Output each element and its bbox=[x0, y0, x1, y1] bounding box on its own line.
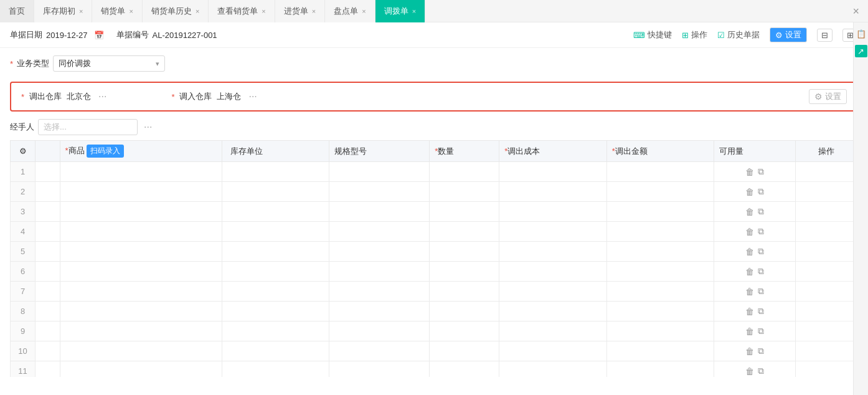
delete-icon[interactable]: 🗑 bbox=[745, 187, 754, 197]
product-cell[interactable] bbox=[35, 321, 60, 341]
copy-icon[interactable]: ⧉ bbox=[758, 306, 764, 316]
cost-cell[interactable] bbox=[430, 182, 499, 202]
cost-cell[interactable] bbox=[430, 242, 499, 262]
amount-cell[interactable] bbox=[499, 182, 607, 202]
copy-icon[interactable]: ⧉ bbox=[758, 246, 764, 257]
handler-more[interactable]: ··· bbox=[141, 121, 154, 133]
amount-cell[interactable] bbox=[499, 302, 607, 321]
product-cell[interactable] bbox=[35, 341, 60, 361]
qty-cell[interactable] bbox=[329, 242, 430, 262]
tab-close-stocktake[interactable]: × bbox=[362, 7, 366, 15]
history-btn[interactable]: ☑ 历史单据 bbox=[717, 29, 760, 40]
delete-icon[interactable]: 🗑 bbox=[745, 326, 754, 336]
product-cell[interactable] bbox=[35, 242, 60, 262]
qty-cell[interactable] bbox=[329, 302, 430, 321]
cost-cell[interactable] bbox=[430, 222, 499, 242]
delete-icon[interactable]: 🗑 bbox=[745, 207, 754, 217]
copy-icon[interactable]: ⧉ bbox=[758, 266, 764, 277]
table-scroll[interactable]: ⚙ *商品 扫码录入 *库存单位 规格型号 *数量 bbox=[10, 140, 858, 377]
delete-icon[interactable]: 🗑 bbox=[745, 267, 754, 277]
out-warehouse-more[interactable]: ··· bbox=[96, 91, 109, 102]
delete-icon[interactable]: 🗑 bbox=[745, 167, 754, 177]
tab-stocktake[interactable]: 盘点单 × bbox=[325, 0, 375, 22]
warehouse-settings-btn[interactable]: ⚙ 设置 bbox=[809, 89, 847, 104]
cost-cell[interactable] bbox=[430, 162, 499, 182]
delete-icon[interactable]: 🗑 bbox=[745, 287, 754, 297]
qty-cell[interactable] bbox=[329, 162, 430, 182]
cost-cell[interactable] bbox=[430, 202, 499, 222]
copy-icon[interactable]: ⧉ bbox=[758, 186, 764, 197]
delete-icon[interactable]: 🗑 bbox=[745, 247, 754, 257]
delete-icon[interactable]: 🗑 bbox=[745, 227, 754, 237]
tab-sales-order[interactable]: 销货单 × bbox=[92, 0, 142, 22]
scan-btn[interactable]: 扫码录入 bbox=[87, 145, 124, 158]
tab-home[interactable]: 首页 bbox=[0, 0, 34, 22]
tab-inventory-init[interactable]: 库存期初 × bbox=[34, 0, 92, 22]
cost-cell[interactable] bbox=[430, 321, 499, 341]
cost-cell[interactable] bbox=[430, 302, 499, 321]
tab-close-purchase[interactable]: × bbox=[312, 7, 316, 15]
cost-cell[interactable] bbox=[430, 361, 499, 378]
amount-cell[interactable] bbox=[499, 262, 607, 282]
cost-cell[interactable] bbox=[430, 282, 499, 302]
product-cell[interactable] bbox=[35, 182, 60, 202]
copy-icon[interactable]: ⧉ bbox=[758, 286, 764, 297]
product-cell[interactable] bbox=[35, 282, 60, 302]
copy-icon[interactable]: ⧉ bbox=[758, 366, 764, 376]
th-settings[interactable]: ⚙ bbox=[11, 141, 35, 162]
qty-cell[interactable] bbox=[329, 361, 430, 378]
qty-cell[interactable] bbox=[329, 222, 430, 242]
copy-icon[interactable]: ⧉ bbox=[758, 346, 764, 356]
amount-cell[interactable] bbox=[499, 361, 607, 378]
sidebar-note-icon[interactable]: 📋 bbox=[855, 27, 867, 40]
qty-cell[interactable] bbox=[329, 282, 430, 302]
settings-btn[interactable]: ⚙ 设置 bbox=[770, 27, 807, 42]
tab-close-sales-order[interactable]: × bbox=[129, 7, 133, 15]
tab-bar-close-all[interactable]: × bbox=[844, 0, 868, 22]
amount-cell[interactable] bbox=[499, 222, 607, 242]
delete-icon[interactable]: 🗑 bbox=[745, 346, 754, 356]
shortcuts-btn[interactable]: ⌨ 快捷键 bbox=[633, 29, 672, 40]
product-cell[interactable] bbox=[35, 361, 60, 378]
amount-cell[interactable] bbox=[499, 242, 607, 262]
qty-cell[interactable] bbox=[329, 341, 430, 361]
tab-close-inventory-init[interactable]: × bbox=[79, 7, 83, 15]
operations-btn[interactable]: ⊞ 操作 bbox=[682, 29, 707, 40]
delete-icon[interactable]: 🗑 bbox=[745, 366, 754, 376]
tab-close-view-sales[interactable]: × bbox=[262, 7, 265, 15]
qty-cell[interactable] bbox=[329, 182, 430, 202]
handler-select[interactable]: 选择... bbox=[38, 119, 138, 135]
tab-purchase[interactable]: 进货单 × bbox=[275, 0, 325, 22]
qty-cell[interactable] bbox=[329, 202, 430, 222]
tab-view-sales[interactable]: 查看销货单 × bbox=[209, 0, 275, 22]
product-cell[interactable] bbox=[35, 262, 60, 282]
sidebar-expand-icon[interactable]: ↗ bbox=[855, 45, 867, 57]
amount-cell[interactable] bbox=[499, 202, 607, 222]
cost-cell[interactable] bbox=[430, 262, 499, 282]
amount-cell[interactable] bbox=[499, 341, 607, 361]
copy-icon[interactable]: ⧉ bbox=[758, 226, 764, 237]
copy-icon[interactable]: ⧉ bbox=[758, 206, 764, 217]
copy-icon[interactable]: ⧉ bbox=[758, 326, 764, 336]
product-cell[interactable] bbox=[35, 302, 60, 321]
amount-cell[interactable] bbox=[499, 162, 607, 182]
tab-sales-history[interactable]: 销货单历史 × bbox=[143, 0, 209, 22]
amount-cell[interactable] bbox=[499, 321, 607, 341]
delete-icon[interactable]: 🗑 bbox=[745, 307, 754, 316]
tab-transfer[interactable]: 调拨单 × bbox=[375, 0, 425, 22]
cost-cell[interactable] bbox=[430, 341, 499, 361]
copy-icon[interactable]: ⧉ bbox=[758, 166, 764, 177]
layout-icon[interactable]: ⊟ bbox=[817, 29, 833, 42]
business-type-select[interactable]: 同价调拨 ▾ bbox=[53, 55, 165, 72]
amount-cell[interactable] bbox=[499, 282, 607, 302]
code-field: 单据编号 AL-20191227-001 bbox=[116, 29, 217, 40]
product-cell[interactable] bbox=[35, 162, 60, 182]
product-cell[interactable] bbox=[35, 222, 60, 242]
tab-close-transfer[interactable]: × bbox=[412, 7, 416, 15]
qty-cell[interactable] bbox=[329, 321, 430, 341]
calendar-icon[interactable]: 📅 bbox=[94, 31, 104, 40]
product-cell[interactable] bbox=[35, 202, 60, 222]
tab-close-sales-history[interactable]: × bbox=[196, 7, 199, 15]
qty-cell[interactable] bbox=[329, 262, 430, 282]
in-warehouse-more[interactable]: ··· bbox=[246, 91, 259, 102]
